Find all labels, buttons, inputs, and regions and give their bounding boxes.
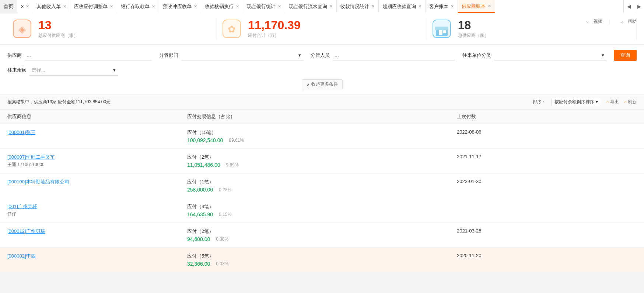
category-label: 往来单位分类 [462, 52, 491, 59]
table-row[interactable]: [000012]广州贝瑞 应付（2笔） 94,600.00 0.08% 2021… [0, 223, 644, 248]
collapse-icon: ∧ [307, 82, 310, 87]
col-header-supplier: 供应商信息 [7, 113, 187, 120]
top-nav: 首页 3 ✕ 其他收入单 ✕ 应收应付调整单 ✕ 银行存取款单 ✕ 预收冲应收单… [0, 0, 644, 13]
close-icon[interactable]: ✕ [194, 4, 197, 9]
filter-dept: 分管部门 ▾ [159, 50, 304, 61]
balance-chevron-icon: ▾ [113, 67, 116, 73]
close-icon[interactable]: ✕ [26, 4, 29, 9]
filter-row-2: 往来余额 选择... ▾ [7, 65, 118, 76]
svg-rect-6 [435, 27, 448, 30]
stat-content-total-suppliers: 18 总供应商（家） [458, 19, 489, 39]
refresh-icon: ○ [624, 100, 627, 105]
svg-rect-7 [439, 30, 442, 35]
tx-count: 应付（2笔） [187, 228, 457, 235]
table-row[interactable]: [001]广州荣轩 仔仔 应付（4笔） 164,635.90 0.15% [0, 198, 644, 223]
tx-count: 应付（1笔） [187, 179, 457, 185]
nav-tab-cash-bank-stat[interactable]: 现金银行统计 ✕ [243, 0, 285, 13]
video-icon: ○ [586, 19, 589, 24]
nav-prev-button[interactable]: ◀ [623, 0, 634, 13]
transaction-info: 应付（2笔） 11,051,486.00 9.89% [187, 154, 457, 168]
close-icon[interactable]: ✕ [236, 4, 239, 9]
table-row[interactable]: [000100]本特勤油品有限公司 应付（1笔） 258,000.00 0.23… [0, 173, 644, 198]
supplier-link[interactable]: [001]广州荣轩 [7, 204, 37, 209]
close-icon[interactable]: ✕ [451, 4, 454, 9]
close-icon[interactable]: ✕ [371, 4, 375, 9]
close-icon[interactable]: ✕ [278, 4, 281, 9]
grain-icon: ✿ [221, 18, 243, 40]
nav-tab-ap-adjust[interactable]: 应收应付调整单 ✕ [70, 0, 117, 13]
result-bar: 搜索结果中，供应商13家 应付金额111,703,854.00元 排序： 按应付… [0, 95, 644, 110]
last-pay-date: 2021-03-25 [457, 228, 637, 234]
filter-person: 分管人员 [311, 50, 455, 61]
sort-select[interactable]: 按应付余额倒序排序 ▾ [551, 98, 601, 106]
transaction-info: 应付（5笔） 32,366.00 0.03% [187, 253, 457, 267]
person-input[interactable] [333, 50, 455, 61]
category-select[interactable]: ▾ [494, 50, 607, 61]
supplier-sub: 仔仔 [7, 211, 187, 217]
close-icon[interactable]: ✕ [110, 4, 113, 9]
tx-count: 应付（5笔） [187, 253, 457, 259]
search-button[interactable]: 查询 [614, 50, 637, 61]
export-icon: ○ [606, 100, 609, 105]
svg-rect-8 [443, 30, 446, 33]
supplier-link[interactable]: [000007]恒旺二手叉车 [7, 154, 55, 160]
dept-chevron-icon: ▾ [298, 52, 301, 58]
nav-tab-customer-account[interactable]: 客户账本 ✕ [426, 0, 458, 13]
refresh-button[interactable]: ○ 刷新 [624, 99, 637, 105]
transaction-info: 应付（2笔） 94,600.00 0.08% [187, 228, 457, 242]
table-row[interactable]: [000007]恒旺二手叉车 王通 17106110000 应付（2笔） 11,… [0, 149, 644, 173]
help-link[interactable]: ○ 帮助 [617, 19, 637, 24]
col-header-transaction: 应付交易信息（占比） [187, 113, 457, 120]
tx-count: 应付（2笔） [187, 154, 457, 161]
svg-text:✿: ✿ [228, 24, 236, 35]
nav-tab-cash-bank-flow[interactable]: 现金银行流水查询 ✕ [285, 0, 337, 13]
supplier-link[interactable]: [000100]本特勤油品有限公司 [7, 179, 69, 185]
result-summary: 搜索结果中，供应商13家 应付金额111,703,854.00元 [7, 99, 111, 105]
table-row[interactable]: [000001]张三 应付（15笔） 100,092,540.00 89.61%… [0, 124, 644, 149]
table-row[interactable]: [000002]李四 应付（5笔） 32,366.00 0.03% 2020-1… [0, 248, 644, 272]
export-button[interactable]: ○ 导出 [606, 99, 619, 105]
collapse-button[interactable]: ∧ 收起更多条件 [302, 79, 343, 89]
nav-tab-home[interactable]: 首页 [0, 0, 17, 13]
supplier-input[interactable] [25, 50, 152, 61]
supplier-link[interactable]: [000002]李四 [7, 253, 36, 259]
total-suppliers-number: 18 [458, 19, 489, 32]
ap-suppliers-number: 13 [38, 19, 78, 32]
nav-tab-other-income[interactable]: 其他收入单 ✕ [33, 0, 70, 13]
last-pay-date: 2022-08-08 [457, 129, 637, 135]
last-pay-date: 2021-11-17 [457, 154, 637, 159]
close-icon[interactable]: ✕ [63, 4, 66, 9]
transaction-info: 应付（4笔） 164,635.90 0.15% [187, 203, 457, 217]
nav-tab-supplier-account[interactable]: 供应商账本 ✕ [458, 0, 495, 13]
category-chevron-icon: ▾ [602, 52, 604, 58]
supplier-link[interactable]: [000012]广州贝瑞 [7, 228, 45, 234]
close-icon[interactable]: ✕ [488, 4, 491, 8]
balance-select[interactable]: 选择... ▾ [29, 65, 118, 76]
total-suppliers-label: 总供应商（家） [458, 32, 489, 39]
col-header-lastpay: 上次付数 [457, 113, 637, 120]
nav-tab-overdue-ap[interactable]: 超期应收款查询 ✕ [379, 0, 426, 13]
close-icon[interactable]: ✕ [418, 4, 421, 9]
tx-amount: 100,092,540.00 [187, 137, 223, 143]
supplier-sub: 王通 17106110000 [7, 162, 187, 168]
nav-next-button[interactable]: ▶ [634, 0, 644, 13]
nav-tab-advance-offset[interactable]: 预收冲应收单 ✕ [159, 0, 201, 13]
nav-tab-bank-deposit[interactable]: 银行存取款单 ✕ [117, 0, 159, 13]
filter-area: 供应商 分管部门 ▾ 分管人员 往来单位分类 ▾ 查询 往来 [0, 45, 644, 95]
supplier-link[interactable]: [000001]张三 [7, 130, 36, 135]
close-icon[interactable]: ✕ [152, 4, 155, 9]
filter-balance: 往来余额 选择... ▾ [7, 65, 118, 76]
tx-count: 应付（4笔） [187, 203, 457, 210]
nav-tab-collect-verify[interactable]: 收款核销执行 ✕ [201, 0, 243, 13]
tx-pct: 0.23% [219, 187, 231, 192]
tx-amount: 32,366.00 [187, 261, 210, 267]
nav-tab-3[interactable]: 3 ✕ [17, 0, 33, 13]
close-icon[interactable]: ✕ [329, 4, 333, 9]
video-link[interactable]: ○ 视频 [582, 19, 603, 24]
nav-tab-collect-stat[interactable]: 收款情况统计 ✕ [337, 0, 379, 13]
supplier-info: [000012]广州贝瑞 [7, 228, 187, 235]
tx-amount: 164,635.90 [187, 211, 213, 217]
filter-row-1: 供应商 分管部门 ▾ 分管人员 往来单位分类 ▾ 查询 [7, 50, 637, 61]
supplier-info: [000100]本特勤油品有限公司 [7, 179, 187, 185]
dept-select[interactable]: ▾ [181, 50, 304, 61]
